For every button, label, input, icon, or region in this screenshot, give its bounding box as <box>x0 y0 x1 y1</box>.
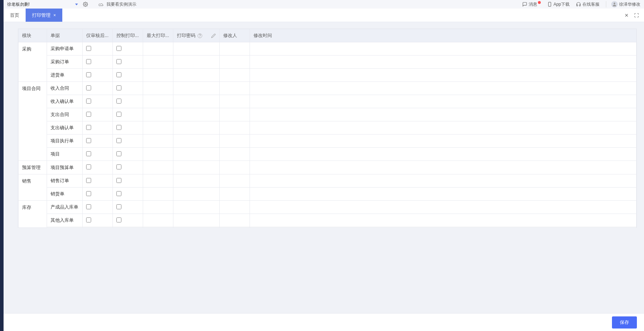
approval-checkbox-cell <box>83 227 113 228</box>
approval-checkbox[interactable] <box>86 138 91 143</box>
modified-by-cell <box>220 214 250 227</box>
table-row: 预算管理项目预算单 <box>19 161 637 174</box>
max-print-cell[interactable] <box>143 227 173 228</box>
control-checkbox[interactable] <box>116 72 121 77</box>
th-modified-time: 修改时间 <box>250 29 637 42</box>
control-checkbox[interactable] <box>116 85 121 90</box>
approval-checkbox[interactable] <box>86 125 91 130</box>
modified-time-cell <box>250 174 637 188</box>
control-checkbox[interactable] <box>116 191 121 196</box>
document-cell: 材料出库单 <box>47 227 83 228</box>
control-checkbox[interactable] <box>116 204 121 209</box>
print-password-cell[interactable] <box>173 69 220 82</box>
print-password-cell[interactable] <box>173 214 220 227</box>
print-password-cell[interactable] <box>173 121 220 135</box>
max-print-cell[interactable] <box>143 95 173 108</box>
org-name: 徐老板勿删! <box>7 1 30 7</box>
approval-checkbox[interactable] <box>86 151 91 156</box>
modified-by-cell <box>220 42 250 56</box>
edit-icon[interactable] <box>211 33 216 38</box>
print-password-cell[interactable] <box>173 188 220 201</box>
messages-link[interactable]: 消息 <box>522 1 541 7</box>
max-print-cell[interactable] <box>143 56 173 69</box>
approval-checkbox[interactable] <box>86 217 91 222</box>
control-checkbox[interactable] <box>116 59 121 64</box>
max-print-cell[interactable] <box>143 174 173 188</box>
print-password-cell[interactable] <box>173 201 220 214</box>
chevron-down-icon <box>75 4 78 5</box>
approval-checkbox[interactable] <box>86 85 91 90</box>
approval-checkbox[interactable] <box>86 191 91 196</box>
approval-checkbox-cell <box>83 214 113 227</box>
modified-time-cell <box>250 135 637 148</box>
print-password-cell[interactable] <box>173 174 220 188</box>
print-password-cell[interactable] <box>173 42 220 56</box>
svg-point-0 <box>85 4 87 5</box>
approval-checkbox[interactable] <box>86 112 91 117</box>
modified-by-cell <box>220 95 250 108</box>
control-checkbox[interactable] <box>116 217 121 222</box>
max-print-cell[interactable] <box>143 108 173 121</box>
message-icon <box>522 2 527 7</box>
modified-by-cell <box>220 174 250 188</box>
control-checkbox[interactable] <box>116 151 121 156</box>
print-password-cell[interactable] <box>173 161 220 174</box>
control-checkbox[interactable] <box>116 99 121 104</box>
control-checkbox[interactable] <box>116 178 121 183</box>
online-service-link[interactable]: 在线客服 <box>576 1 600 7</box>
gear-icon[interactable] <box>83 2 88 7</box>
demo-link[interactable]: 我要看实例演示 <box>99 1 136 7</box>
control-checkbox-cell <box>113 56 143 69</box>
th-print-password: 打印密码 ? <box>173 29 220 42</box>
close-all-icon[interactable] <box>624 13 629 18</box>
table-row: 采购订单 <box>19 56 637 69</box>
control-checkbox[interactable] <box>116 46 121 51</box>
approval-checkbox[interactable] <box>86 204 91 209</box>
control-checkbox[interactable] <box>116 125 121 130</box>
module-cell: 项目合同 <box>19 82 47 161</box>
control-checkbox[interactable] <box>116 112 121 117</box>
print-password-cell[interactable] <box>173 135 220 148</box>
tab-print-label: 打印管理 <box>32 12 51 19</box>
max-print-cell[interactable] <box>143 214 173 227</box>
approval-checkbox[interactable] <box>86 164 91 169</box>
print-password-cell[interactable] <box>173 82 220 95</box>
print-password-cell[interactable] <box>173 95 220 108</box>
approval-checkbox-cell <box>83 188 113 201</box>
max-print-cell[interactable] <box>143 42 173 56</box>
modified-by-cell <box>220 69 250 82</box>
max-print-cell[interactable] <box>143 121 173 135</box>
max-print-cell[interactable] <box>143 82 173 95</box>
max-print-cell[interactable] <box>143 161 173 174</box>
approval-checkbox[interactable] <box>86 178 91 183</box>
approval-checkbox[interactable] <box>86 46 91 51</box>
save-button[interactable]: 保存 <box>612 316 637 329</box>
app-download-link[interactable]: App下载 <box>547 1 570 7</box>
control-checkbox[interactable] <box>116 164 121 169</box>
max-print-cell[interactable] <box>143 201 173 214</box>
approval-checkbox[interactable] <box>86 72 91 77</box>
print-password-cell[interactable] <box>173 148 220 161</box>
tab-print-management[interactable]: 打印管理 × <box>26 9 62 22</box>
control-checkbox[interactable] <box>116 138 121 143</box>
tab-home[interactable]: 首页 <box>4 9 26 22</box>
approval-checkbox[interactable] <box>86 99 91 104</box>
max-print-cell[interactable] <box>143 148 173 161</box>
max-print-cell[interactable] <box>143 188 173 201</box>
module-cell: 采购 <box>19 42 47 82</box>
user-menu[interactable]: 徐泽华修改 <box>606 1 640 7</box>
print-password-cell[interactable] <box>173 56 220 69</box>
fullscreen-icon[interactable] <box>634 13 639 18</box>
max-print-cell[interactable] <box>143 135 173 148</box>
document-cell: 销货单 <box>47 188 83 201</box>
org-selector[interactable]: 徐老板勿删! <box>7 1 78 7</box>
close-icon[interactable]: × <box>53 13 56 18</box>
phone-icon <box>547 2 552 7</box>
print-password-cell[interactable] <box>173 227 220 228</box>
help-icon[interactable]: ? <box>198 33 202 38</box>
print-password-cell[interactable] <box>173 108 220 121</box>
table-row: 库存产成品入库单 <box>19 201 637 214</box>
table-row: 销售销售订单 <box>19 174 637 188</box>
approval-checkbox[interactable] <box>86 59 91 64</box>
max-print-cell[interactable] <box>143 69 173 82</box>
